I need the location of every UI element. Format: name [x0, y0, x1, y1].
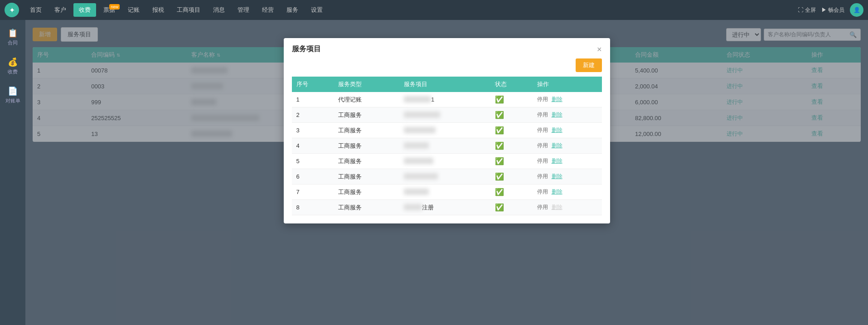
- modal-scroll-area[interactable]: 序号 服务类型 服务项目 状态 操作 1 代理记账: [292, 77, 602, 215]
- table-row: 7 工商服务 ✅ 停用删除: [292, 184, 602, 200]
- nav-operation[interactable]: 经营: [257, 3, 279, 17]
- stop-button[interactable]: 停用: [537, 96, 548, 103]
- modal-cell-action: 停用 删除: [533, 92, 602, 107]
- nav-tax[interactable]: 报税: [147, 3, 170, 17]
- table-row: 5 工商服务 ✅ 停用删除: [292, 154, 602, 169]
- service-items-table: 序号 服务类型 服务项目 状态 操作 1 代理记账: [292, 77, 602, 215]
- nav-message[interactable]: 消息: [208, 3, 230, 17]
- nav-billing[interactable]: 收费: [73, 3, 96, 17]
- nav-right-area: ⛶ 全屏 ▶ 畅会员 👤: [798, 3, 863, 17]
- modal-col-item: 服务项目: [399, 77, 490, 92]
- new-badge: new: [109, 4, 120, 10]
- main-content: 新增 服务项目 进行中 已完成 全部 🔍 序号 合同编码 ⇅: [25, 20, 868, 325]
- delete-button[interactable]: 删除: [552, 204, 563, 211]
- modal-col-action: 操作: [533, 77, 602, 92]
- nav-manage[interactable]: 管理: [232, 3, 255, 17]
- modal-cell-item: 1: [399, 92, 490, 107]
- nav-invoice[interactable]: 票据 new: [98, 3, 121, 17]
- modal-cell-status: ✅: [490, 92, 533, 107]
- modal-table-header: 序号 服务类型 服务项目 状态 操作: [292, 77, 602, 92]
- statement-icon: 📄: [8, 86, 18, 96]
- modal-cell-type: 代理记账: [334, 92, 399, 107]
- stop-button[interactable]: 停用: [537, 188, 548, 196]
- table-row: 8 工商服务 注册 ✅ 停用删除: [292, 200, 602, 215]
- delete-button[interactable]: 删除: [552, 126, 563, 134]
- sidebar-item-statement[interactable]: 📄 对账单: [2, 82, 24, 108]
- contract-icon: 📋: [8, 28, 18, 38]
- billing-icon: 💰: [8, 57, 18, 67]
- table-row: 4 工商服务 ✅ 停用删除: [292, 138, 602, 154]
- top-navigation: ✦ 首页 客户 收费 票据 new 记账 报税 工商项目 消息 管理 经营 服务…: [0, 0, 868, 20]
- stop-button[interactable]: 停用: [537, 126, 548, 134]
- delete-button[interactable]: 删除: [552, 96, 563, 103]
- table-row: 3 工商服务 ✅ 停用删除: [292, 123, 602, 138]
- modal-cell-seq: 1: [292, 92, 334, 107]
- member-btn[interactable]: ▶ 畅会员: [821, 6, 844, 14]
- fullscreen-btn[interactable]: ⛶ 全屏: [798, 6, 815, 14]
- stop-button[interactable]: 停用: [537, 173, 548, 180]
- stop-button[interactable]: 停用: [537, 111, 548, 119]
- avatar[interactable]: 👤: [850, 3, 863, 17]
- modal-col-type: 服务类型: [334, 77, 399, 92]
- modal-title: 服务项目: [292, 44, 321, 54]
- modal-toolbar: 新建: [292, 58, 602, 72]
- stop-button[interactable]: 停用: [537, 204, 548, 211]
- modal-new-button[interactable]: 新建: [576, 58, 602, 72]
- sidebar-item-billing[interactable]: 💰 收费: [2, 53, 24, 79]
- modal-col-status: 状态: [490, 77, 533, 92]
- table-row: 6 工商服务 ✅ 停用删除: [292, 169, 602, 184]
- nav-commerce[interactable]: 工商项目: [171, 3, 206, 17]
- delete-button[interactable]: 删除: [552, 188, 563, 196]
- modal-overlay: 服务项目 × 新建 序号 服务类型 服务项目: [25, 20, 868, 325]
- table-row: 2 工商服务 ✅ 停用删除: [292, 107, 602, 123]
- app-logo: ✦: [5, 3, 19, 17]
- stop-button[interactable]: 停用: [537, 142, 548, 150]
- table-row: 1 代理记账 1 ✅ 停用 删除: [292, 92, 602, 107]
- modal-header: 服务项目 ×: [284, 38, 610, 58]
- sidebar: 📋 合同 💰 收费 📄 对账单: [0, 20, 25, 325]
- delete-button[interactable]: 删除: [552, 142, 563, 150]
- delete-button[interactable]: 删除: [552, 111, 563, 119]
- nav-settings[interactable]: 设置: [305, 3, 328, 17]
- modal-body: 新建 序号 服务类型 服务项目 状态 操作: [284, 58, 610, 223]
- nav-bookkeeping[interactable]: 记账: [122, 3, 145, 17]
- nav-service[interactable]: 服务: [281, 3, 304, 17]
- delete-button[interactable]: 删除: [552, 173, 563, 180]
- nav-home[interactable]: 首页: [24, 3, 47, 17]
- nav-client[interactable]: 客户: [49, 3, 72, 17]
- modal-close-button[interactable]: ×: [597, 45, 602, 53]
- main-layout: 📋 合同 💰 收费 📄 对账单 新增 服务项目 进行中 已完成 全部: [0, 20, 868, 325]
- stop-button[interactable]: 停用: [537, 157, 548, 165]
- delete-button[interactable]: 删除: [552, 157, 563, 165]
- service-items-modal: 服务项目 × 新建 序号 服务类型 服务项目: [284, 38, 610, 223]
- sidebar-item-contract[interactable]: 📋 合同: [2, 24, 24, 50]
- modal-col-seq: 序号: [292, 77, 334, 92]
